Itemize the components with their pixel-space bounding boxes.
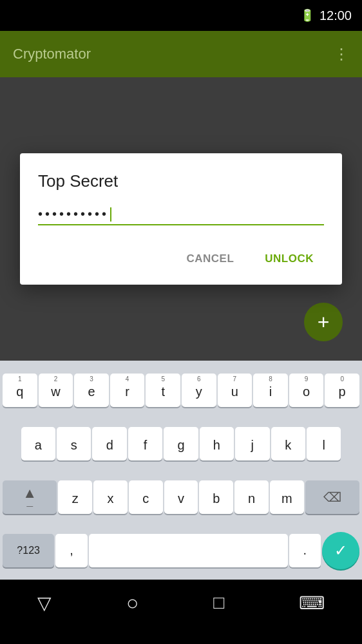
key-p[interactable]: 0p	[325, 374, 359, 407]
key-t[interactable]: 5t	[146, 374, 180, 407]
app-title: Cryptomator	[13, 46, 91, 62]
cancel-button[interactable]: CANCEL	[176, 246, 244, 272]
key-o[interactable]: 9o	[289, 374, 324, 407]
key-v[interactable]: v	[164, 480, 198, 514]
key-c[interactable]: c	[129, 480, 163, 514]
backspace-icon: ⌫	[323, 489, 341, 505]
enter-icon: ✓	[334, 542, 347, 560]
enter-key[interactable]: ✓	[322, 532, 359, 569]
status-bar: 🔋 12:00	[0, 0, 362, 31]
key-a[interactable]: a	[21, 427, 55, 460]
key-f[interactable]: f	[128, 427, 162, 460]
period-key[interactable]: .	[289, 534, 321, 567]
keyboard-row-1: 1q 2w 3e 4r 5t 6y 7u 8i 9o 0p	[0, 363, 362, 417]
dialog-actions: CANCEL UNLOCK	[38, 246, 324, 272]
comma-key[interactable]: ,	[55, 534, 87, 567]
shift-key[interactable]: ▲ —	[3, 480, 57, 514]
period-label: .	[303, 543, 307, 558]
key-g[interactable]: g	[164, 427, 198, 460]
key-d[interactable]: d	[92, 427, 126, 460]
key-z[interactable]: z	[58, 480, 92, 514]
background-content: + Top Secret •••••••••• CANCEL UNLOCK	[0, 77, 362, 361]
key-x[interactable]: x	[93, 480, 128, 514]
key-e[interactable]: 3e	[74, 374, 109, 407]
keyboard-row-2: a s d f g h j k l	[0, 417, 362, 470]
backspace-key[interactable]: ⌫	[305, 480, 359, 514]
key-r[interactable]: 4r	[110, 374, 145, 407]
app-bar: Cryptomator ⋮	[0, 31, 362, 77]
key-l[interactable]: l	[307, 427, 341, 460]
numbers-label: ?123	[17, 545, 40, 556]
nav-bar: ▽ ○ □ ⌨	[0, 580, 362, 626]
numbers-key[interactable]: ?123	[3, 534, 54, 567]
key-m[interactable]: m	[270, 480, 304, 514]
keyboard-nav-icon[interactable]: ⌨	[299, 592, 325, 614]
key-u[interactable]: 7u	[218, 374, 252, 407]
key-k[interactable]: k	[271, 427, 305, 460]
keyboard: 1q 2w 3e 4r 5t 6y 7u 8i 9o 0p a s d f g …	[0, 361, 362, 580]
shift-icon: ▲	[23, 485, 37, 502]
battery-icon: 🔋	[300, 8, 314, 23]
status-time: 12:00	[319, 8, 352, 23]
menu-icon[interactable]: ⋮	[334, 45, 349, 63]
comma-label: ,	[70, 543, 73, 558]
shift-underline: —	[26, 502, 33, 509]
recents-nav-icon[interactable]: □	[213, 592, 224, 613]
password-dots: ••••••••••	[38, 207, 109, 222]
unlock-dialog: Top Secret •••••••••• CANCEL UNLOCK	[20, 153, 342, 285]
key-h[interactable]: h	[200, 427, 234, 460]
key-q[interactable]: 1q	[3, 374, 37, 407]
key-y[interactable]: 6y	[182, 374, 216, 407]
password-input-wrapper: ••••••••••	[38, 207, 324, 225]
key-w[interactable]: 2w	[39, 374, 73, 407]
text-cursor	[110, 207, 111, 222]
key-s[interactable]: s	[57, 427, 91, 460]
keyboard-row-3: ▲ — z x c v b n m ⌫	[0, 470, 362, 524]
unlock-button[interactable]: UNLOCK	[254, 246, 324, 272]
dialog-title: Top Secret	[38, 171, 324, 191]
back-nav-icon[interactable]: ▽	[37, 592, 52, 614]
space-key[interactable]	[89, 534, 288, 567]
key-b[interactable]: b	[199, 480, 233, 514]
key-j[interactable]: j	[235, 427, 269, 460]
keyboard-row-4: ?123 , . ✓	[0, 524, 362, 577]
key-i[interactable]: 8i	[253, 374, 288, 407]
dialog-backdrop: Top Secret •••••••••• CANCEL UNLOCK	[0, 77, 362, 361]
key-n[interactable]: n	[234, 480, 269, 514]
home-nav-icon[interactable]: ○	[126, 591, 138, 615]
